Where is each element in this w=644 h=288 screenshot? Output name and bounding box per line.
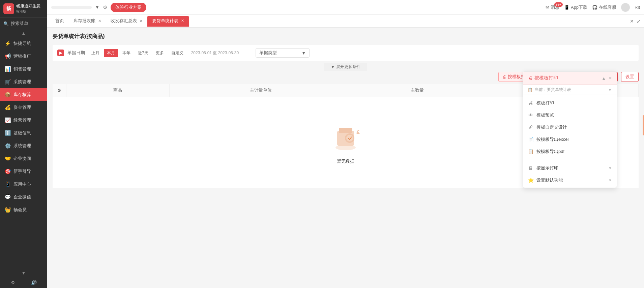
tab-requisition-close-icon[interactable]: ✕ <box>181 19 184 23</box>
sidebar-item-member[interactable]: 👑畅会员 <box>0 203 47 216</box>
menu-template-preview[interactable]: 👁 模板预览 <box>523 109 617 121</box>
sidebar-item-wechat[interactable]: 💬企业微信 <box>0 191 47 203</box>
sidebar-item-app-center[interactable]: 📱应用中心 <box>0 178 47 191</box>
settings-btn[interactable]: 设置 <box>621 72 639 82</box>
tab-batch-account[interactable]: 库存批次账 ✕ <box>69 16 106 26</box>
app-icon: 📱 <box>564 5 569 10</box>
dropdown-section-extra: 🖥 按显示打印 ▼ ⭐ 设置默认功能 ▼ <box>523 161 617 188</box>
nav-label-guide: 新手引导 <box>13 168 31 174</box>
logo-subtitle: 标准版 <box>16 9 40 14</box>
sidebar-item-basic[interactable]: ℹ️基础信息 <box>0 127 47 139</box>
sidebar-item-purchase[interactable]: 🛒采购管理 <box>0 75 47 88</box>
headset-icon: 🎧 <box>592 5 597 10</box>
dropdown-controls: ▲ ✕ <box>602 76 612 81</box>
topbar-dropdown[interactable]: ▼ <box>95 5 99 10</box>
menu-template-print[interactable]: 🖨 模板打印 <box>523 97 617 109</box>
topbar: ▼ ⚙ 体验行业方案 ✉ 消息 99+ 📱 App下载 🎧 在线客服 Rit <box>47 0 644 15</box>
promo-button[interactable]: 体验行业方案 <box>111 3 146 12</box>
sidebar-item-marketing[interactable]: 📢营销推广 <box>0 50 47 63</box>
print-icon: 🖨 <box>502 74 506 79</box>
page-content: 要货单统计表(按商品) ▶ 单据日期 上月 本月 本年 近7天 更多 自定义 2… <box>47 28 644 288</box>
date-last-7-days[interactable]: 近7天 <box>135 49 151 57</box>
divider-1 <box>523 95 617 95</box>
sound-icon[interactable]: 🔊 <box>31 280 37 285</box>
template-design-icon: 🖊 <box>528 125 534 130</box>
empty-text: 暂无数据 <box>337 158 354 164</box>
tab-requisition-label: 要货单统计表 <box>152 18 178 24</box>
menu-export-excel[interactable]: 📄 按模板导出excel <box>523 133 617 146</box>
logo-title: 畅康通好生意 <box>16 4 40 9</box>
nav-label-sales: 销售管理 <box>13 66 31 72</box>
online-service-btn[interactable]: 🎧 在线客服 <box>592 4 616 10</box>
nav-label-basic: 基础信息 <box>13 130 31 136</box>
nav-icon-sales: 📊 <box>5 66 11 72</box>
expand-icon: ▶ <box>57 50 64 56</box>
dropdown-up-icon[interactable]: ▲ <box>602 76 606 81</box>
template-preview-left: 👁 模板预览 <box>528 112 554 118</box>
current-template-chevron: ▼ <box>608 88 612 92</box>
nav-icon-enterprise: 🤝 <box>5 156 11 162</box>
sidebar-item-enterprise[interactable]: 🤝企业协同 <box>0 152 47 165</box>
filter-bar: ▶ 单据日期 上月 本月 本年 近7天 更多 自定义 2023-06-01 至 … <box>53 45 639 61</box>
sidebar-nav: ⚡快捷导航📢营销推广📊销售管理🛒采购管理📦库存核算💰资金管理📈经营管理ℹ️基础信… <box>0 37 47 269</box>
topbar-gear-icon[interactable]: ⚙ <box>103 4 107 10</box>
topbar-search[interactable] <box>51 6 92 9</box>
document-type-dropdown[interactable]: 单据类型 ▼ <box>256 48 310 58</box>
expand-more-label: 展开更多条件 <box>336 64 360 70</box>
scroll-up-btn[interactable]: ▲ <box>0 29 47 37</box>
default-func-label: 设置默认功能 <box>536 177 563 183</box>
col-settings[interactable]: ⚙ <box>53 84 66 97</box>
export-excel-icon: 📄 <box>528 137 534 142</box>
dropdown-header: 🖨 按模板打印 ▲ ✕ <box>523 72 617 85</box>
tab-close-all-icon[interactable]: ✕ <box>630 19 634 24</box>
tab-receivable[interactable]: 收发存汇总表 ✕ <box>106 16 147 26</box>
nav-icon-guide: 🎯 <box>5 168 11 174</box>
export-pdf-icon: 📋 <box>528 149 534 154</box>
sidebar-item-finance[interactable]: 💰资金管理 <box>0 101 47 114</box>
menu-default-function[interactable]: ⭐ 设置默认功能 ▼ <box>523 174 617 186</box>
message-btn[interactable]: ✉ 消息 99+ <box>546 4 559 10</box>
tab-receivable-close-icon[interactable]: ✕ <box>140 19 143 23</box>
tab-requisition[interactable]: 要货单统计表 ✕ <box>147 16 189 27</box>
sidebar-item-operations[interactable]: 📈经营管理 <box>0 114 47 127</box>
default-func-icon: ⭐ <box>528 178 534 183</box>
sidebar-item-sales[interactable]: 📊销售管理 <box>0 63 47 75</box>
scrollbar-thumb[interactable] <box>643 115 644 135</box>
tab-batch-close-icon[interactable]: ✕ <box>98 19 101 23</box>
tabs-right-controls: ✕ ⤢ <box>630 19 641 24</box>
date-current-year[interactable]: 本年 <box>119 49 134 57</box>
nav-icon-member: 👑 <box>5 207 11 213</box>
app-download-btn[interactable]: 📱 App下载 <box>564 4 587 10</box>
filter-expand-icon[interactable]: ▶ <box>57 50 64 56</box>
template-design-label: 模板自定义设计 <box>536 124 567 130</box>
sidebar-item-quick-nav[interactable]: ⚡快捷导航 <box>0 37 47 50</box>
dropdown-title-text: 按模板打印 <box>534 75 558 81</box>
nav-label-quick-nav: 快捷导航 <box>13 40 31 46</box>
menu-template-design[interactable]: 🖊 模板自定义设计 <box>523 121 617 133</box>
date-more[interactable]: 更多 <box>153 49 167 57</box>
username: Rit <box>635 5 640 10</box>
sidebar-search[interactable]: 🔍 搜索菜单 <box>0 18 47 29</box>
topbar-right: ✉ 消息 99+ 📱 App下载 🎧 在线客服 Rit <box>546 3 640 12</box>
sidebar-logo: 畅 畅康通好生意 标准版 <box>0 0 47 18</box>
settings-icon[interactable]: ⚙ <box>11 280 15 285</box>
date-custom[interactable]: 自定义 <box>168 49 186 57</box>
date-prev-month[interactable]: 上月 <box>88 49 103 57</box>
svg-rect-2 <box>339 128 352 133</box>
sidebar-item-guide[interactable]: 🎯新手引导 <box>0 165 47 178</box>
scroll-down-btn[interactable]: ▼ <box>0 269 47 277</box>
tab-home[interactable]: 首页 <box>51 16 69 27</box>
col-quantity: 主数量 <box>352 84 482 97</box>
menu-display-print[interactable]: 🖥 按显示打印 ▼ <box>523 162 617 174</box>
avatar[interactable] <box>621 3 630 12</box>
export-pdf-left: 📋 按模板导出pdf <box>528 149 564 155</box>
template-preview-label: 模板预览 <box>536 112 554 118</box>
sidebar-item-system[interactable]: ⚙️系统管理 <box>0 139 47 152</box>
sidebar-item-inventory[interactable]: 📦库存核算 <box>0 88 47 101</box>
dropdown-close-icon[interactable]: ✕ <box>609 76 612 81</box>
date-range-text: 2023-06-01 至 2023-06-30 <box>191 50 239 56</box>
date-current-month[interactable]: 本月 <box>104 49 118 57</box>
menu-export-pdf[interactable]: 📋 按模板导出pdf <box>523 146 617 158</box>
divider-2 <box>523 160 617 160</box>
tab-maximize-icon[interactable]: ⤢ <box>637 19 641 24</box>
